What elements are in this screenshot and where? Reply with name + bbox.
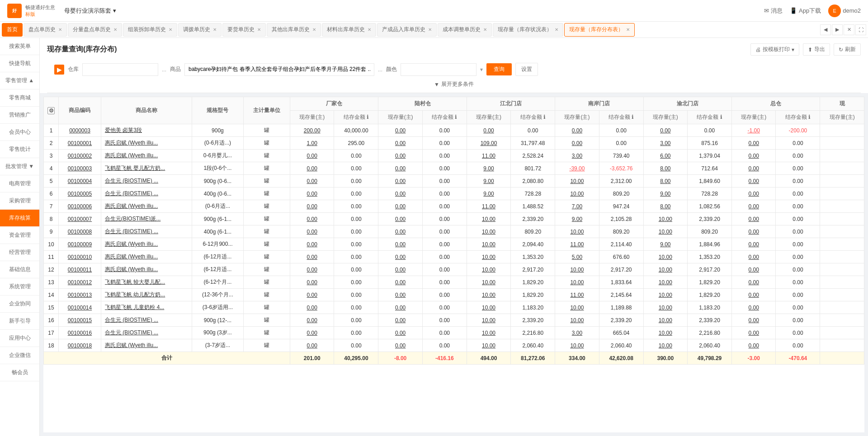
tab-close-all-btn[interactable]: ✕	[844, 24, 854, 35]
sidebar-item-operation[interactable]: 经营管理	[0, 244, 39, 261]
tab-yaohuo[interactable]: 要货单历史 ✕	[222, 23, 266, 37]
app-download-btn[interactable]: 📱 App下载	[790, 7, 821, 15]
sidebar-item-appcenter[interactable]: 应用中心	[0, 330, 39, 347]
table-cell: 0.00	[378, 200, 422, 213]
table-cell: 712.64	[688, 162, 732, 175]
table-cell: 2,060.40	[511, 339, 555, 352]
refresh-btn[interactable]: ↻ 刷新	[834, 43, 861, 56]
table-cell: 0.00	[422, 276, 467, 289]
tab-qitachu[interactable]: 其他出库单历史 ✕	[267, 23, 321, 37]
table-cell: 10.00	[467, 238, 510, 251]
close-icon[interactable]: ✕	[483, 27, 487, 32]
table-row: 1300100012飞鹤星飞帆 较大婴儿配...(6-12个月...罐0.000…	[44, 276, 864, 289]
table-row: 900100008合生元 (BIOSTIME) ...400g (6-1...罐…	[44, 225, 864, 238]
sidebar-item-wholesale-mgmt[interactable]: 批发管理 ▼	[0, 158, 39, 175]
table-cell: 9.00	[643, 238, 687, 251]
tab-diaob[interactable]: 调拨单历史 ✕	[178, 23, 222, 37]
table-cell: 1.00	[290, 137, 334, 150]
settings-icon[interactable]: ⚙	[47, 107, 55, 114]
tab-chengbentiaoz[interactable]: 成本调整单历史 ✕	[438, 23, 492, 37]
export-btn[interactable]: ⬆ 导出	[803, 43, 830, 56]
table-cell	[820, 301, 864, 314]
sidebar-item-purchase[interactable]: 采购管理	[0, 192, 39, 210]
col-settings[interactable]: ⚙	[44, 97, 59, 124]
sidebar-item-retail-stats[interactable]: 零售统计	[0, 141, 39, 158]
table-cell: 0.00	[776, 301, 820, 314]
table-cell: 0.00	[732, 188, 776, 200]
tab-fenpandian[interactable]: 分量盘点单历史 ✕	[68, 23, 122, 37]
table-cell: 10	[44, 238, 59, 251]
table-cell: (3-6岁适用...	[192, 301, 243, 314]
tab-next-btn[interactable]: ▶	[832, 24, 843, 35]
table-cell: 0.00	[378, 137, 422, 150]
sidebar-item-retail-mall[interactable]: 零售商城	[0, 89, 39, 107]
sidebar-item-search[interactable]: 搜索英单	[0, 38, 39, 55]
close-icon[interactable]: ✕	[169, 27, 172, 32]
table-cell: 10.00	[643, 251, 687, 263]
sidebar-item-guide[interactable]: 新手引导	[0, 313, 39, 330]
goods-input[interactable]	[184, 63, 374, 76]
close-icon[interactable]: ✕	[368, 27, 371, 32]
table-cell: 18	[44, 339, 59, 352]
tab-chancheng[interactable]: 产成品入库单历史 ✕	[377, 23, 437, 37]
close-icon[interactable]: ✕	[428, 27, 432, 32]
search-btn[interactable]: 查询	[486, 63, 512, 75]
tab-prev-btn[interactable]: ◀	[820, 24, 831, 35]
table-cell: 爱他美 卤莱3段	[101, 124, 192, 137]
table-container[interactable]: ⚙ 商品编码 商品名称 规格型号 主计量单位 厂家仓 陆村仓 江北门店 南岸门店…	[43, 97, 864, 432]
sidebar-item-basic[interactable]: 基础信息	[0, 261, 39, 278]
sidebar-item-quick-nav[interactable]: 快捷导航	[0, 55, 39, 72]
print-btn[interactable]: 🖨 按模板打印 ▾	[750, 43, 799, 56]
tab-zuchaichu[interactable]: 组装拆卸单历史 ✕	[123, 23, 177, 37]
table-cell	[820, 289, 864, 301]
table-cell: 5.00	[555, 251, 599, 263]
table-cell: 0.00	[422, 225, 467, 238]
col-zongcang-amt: 结存金额 ℹ	[776, 111, 820, 124]
table-cell: 10.00	[467, 339, 510, 352]
message-btn[interactable]: ✉ 消息	[764, 7, 783, 15]
sidebar-item-system[interactable]: 系统管理	[0, 278, 39, 295]
table-cell: 3.00	[555, 327, 599, 339]
logo-text: 畅捷通好生意 标版	[25, 4, 55, 17]
sidebar-item-marketing[interactable]: 营销推广	[0, 107, 39, 124]
user-area[interactable]: E demo2	[828, 5, 861, 17]
filter-toggle-btn[interactable]: ▶	[54, 65, 64, 75]
close-icon[interactable]: ✕	[257, 27, 261, 32]
tab-home[interactable]: 首页	[2, 23, 23, 37]
tab-inventory-status[interactable]: 现存量（库存状况表）✕	[493, 23, 563, 37]
setting-btn[interactable]: 设置	[515, 63, 538, 76]
tab-pandian[interactable]: 盘点单历史 ✕	[24, 23, 67, 37]
close-icon[interactable]: ✕	[626, 27, 630, 32]
table-cell: 10.00	[467, 289, 510, 301]
table-cell: 00100012	[59, 276, 101, 289]
tab-cailiao[interactable]: 材料出库单历史 ✕	[322, 23, 376, 37]
close-icon[interactable]: ✕	[58, 27, 62, 32]
table-cell: 0.00	[290, 314, 334, 327]
table-cell: 2,528.24	[511, 150, 555, 162]
table-cell: 0.00	[732, 137, 776, 150]
sidebar-item-retail-mgmt[interactable]: 零售管理 ▲	[0, 72, 39, 89]
sidebar-item-wechat[interactable]: 企业微信	[0, 347, 39, 364]
table-cell: 10.00	[555, 175, 599, 188]
sidebar-item-member2[interactable]: 畅会员	[0, 364, 39, 381]
sidebar-item-collab[interactable]: 企业协同	[0, 295, 39, 313]
tab-expand-btn[interactable]: ⛶	[855, 24, 866, 35]
sidebar-item-ecom[interactable]: 电商管理	[0, 175, 39, 192]
warehouse-input[interactable]	[82, 63, 158, 76]
table-cell: 0.00	[732, 289, 776, 301]
close-icon[interactable]: ✕	[213, 27, 217, 32]
industry-selector[interactable]: 母婴行业演示陈套 ▾	[64, 7, 116, 15]
sidebar-item-member[interactable]: 会员中心	[0, 124, 39, 141]
table-cell: 0.00	[290, 263, 334, 276]
close-icon[interactable]: ✕	[555, 27, 558, 32]
close-icon[interactable]: ✕	[312, 27, 316, 32]
expand-filter-btn[interactable]: ▼ 展开更多条件	[434, 80, 474, 88]
sidebar-item-finance[interactable]: 资金管理	[0, 227, 39, 244]
close-icon[interactable]: ✕	[113, 27, 117, 32]
table-cell: 飞鹤星飞帆 较大婴儿配...	[101, 276, 192, 289]
color-input[interactable]	[401, 63, 476, 76]
sidebar-item-inventory[interactable]: 库存核算	[0, 210, 39, 227]
expand-row: ▼ 展开更多条件	[54, 80, 854, 89]
table-cell: 2,312.00	[599, 175, 643, 188]
tab-inventory-dist[interactable]: 现存量（库存分布表）✕	[564, 23, 635, 37]
